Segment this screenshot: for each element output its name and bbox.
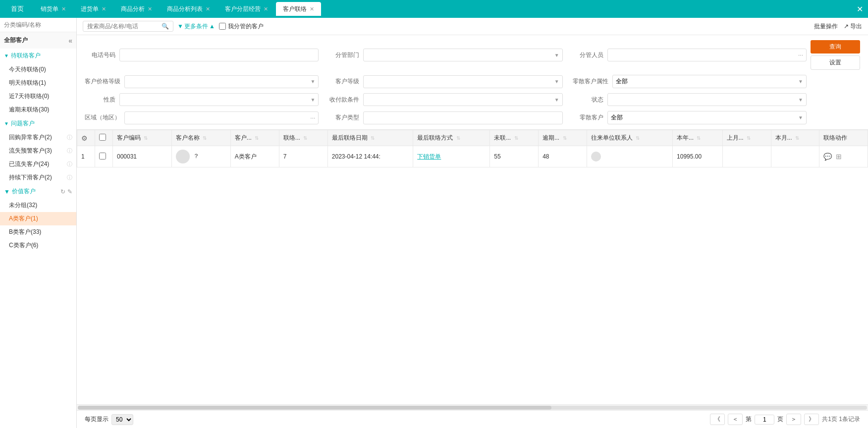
last-page-button[interactable]: 》 [804,414,819,425]
sidebar-item-class-a[interactable]: A类客户(1) [0,212,76,225]
refresh-icon[interactable]: ↻ [60,188,65,195]
filter-retail-attr-value: 全部 [616,77,628,86]
filter-person-select[interactable]: ··· [607,49,807,61]
filter-nature-select[interactable]: ▼ [119,93,319,106]
filter-region-select[interactable]: ··· [124,111,319,124]
pending-contact-label: 待联络客户 [11,52,41,60]
sidebar-item-tomorrow[interactable]: 明天待联络(1) [0,76,76,90]
filter-dept-select[interactable]: ▼ [363,49,562,61]
sidebar-collapse-icon[interactable]: « [68,37,72,45]
this-month-sort-icon[interactable]: ⇅ [795,135,799,141]
page-size-select[interactable]: 50 [111,414,133,425]
col-this-month: 本月... ⇅ [771,130,819,146]
tab-product-analysis-close[interactable]: ✕ [148,6,152,12]
chat-icon[interactable]: 💬 [823,153,832,160]
name-sort-icon[interactable]: ⇅ [203,135,207,141]
toolbar: 🔍 ▼ 更多条件 ▲ 我分管的客户 批量操作 ↗ 导出 [77,18,868,35]
first-page-button[interactable]: 《 [710,414,725,425]
filter-nature-label: 性质 [85,96,119,104]
sidebar-item-declining[interactable]: 持续下滑客户(2) ⓘ [0,171,76,184]
sidebar-search-input[interactable] [4,21,77,28]
last-month-sort-icon[interactable]: ⇅ [747,135,751,141]
row-checkbox[interactable] [99,153,106,160]
tab-customer-contact-close[interactable]: ✕ [310,6,314,12]
sidebar-item-class-b[interactable]: B类客户(33) [0,225,76,239]
sidebar-item-warning[interactable]: 流失预警客户(3) ⓘ [0,144,76,158]
last-method-link[interactable]: 下销货单 [417,153,441,160]
tab-home[interactable]: 首页 [4,2,31,16]
my-customer-checkbox[interactable] [219,23,226,30]
tab-product-list-close[interactable]: ✕ [206,6,210,12]
type-sort-icon[interactable]: ⇅ [255,135,259,141]
problem-customer-label: 问题客户 [11,119,35,128]
horizontal-scrollbar[interactable] [77,404,868,410]
year-sort-icon[interactable]: ⇅ [697,135,701,141]
sidebar-item-class-b-label: B类客户(33) [9,228,41,236]
tab-product-analysis[interactable]: 商品分析 ✕ [114,2,159,16]
pending-contact-group[interactable]: ▼ 待联络客户 [0,49,76,63]
next-page-button[interactable]: ＞ [786,414,801,425]
sidebar-item-class-c-label: C类客户(6) [9,241,38,250]
filter-status-select[interactable]: ▼ [607,93,807,106]
filter-nature: 性质 ▼ [85,93,319,106]
filter-retail-customer-select[interactable]: 全部 ▼ [607,111,807,124]
toolbar-search-icon[interactable]: 🔍 [162,23,169,30]
tab-purchase[interactable]: 进货单 ✕ [74,2,113,16]
qr-icon[interactable]: ⊞ [836,153,842,160]
code-sort-icon[interactable]: ⇅ [144,135,148,141]
table-settings-icon[interactable]: ⚙ [81,134,88,142]
query-button[interactable]: 查询 [811,40,860,54]
prev-page-button[interactable]: ＜ [728,414,743,425]
filter-retail-attr-select[interactable]: 全部 ▼ [612,75,807,88]
last-method-sort-icon[interactable]: ⇅ [456,135,460,141]
export-button[interactable]: ↗ 导出 [844,22,862,31]
person-select-dots[interactable]: ··· [798,52,803,58]
sidebar-item-7days[interactable]: 近7天待联络(0) [0,90,76,103]
tab-purchase-close[interactable]: ✕ [102,6,106,12]
tab-sales-close[interactable]: ✕ [61,6,66,12]
window-close-button[interactable]: ✕ [857,4,863,14]
last-date-sort-icon[interactable]: ⇅ [371,135,375,141]
page-number-input[interactable] [755,415,774,425]
col-current-year: 本年... ⇅ [673,130,723,146]
overdue-sort-icon[interactable]: ⇅ [563,135,567,141]
sidebar-item-lost[interactable]: 已流失客户(24) ⓘ [0,158,76,171]
no-contact-sort-icon[interactable]: ⇅ [514,135,518,141]
filter-customer-type-select[interactable] [363,111,562,124]
value-customer-group[interactable]: ▼ 价值客户 ↻ ✎ [0,184,76,199]
setting-button[interactable]: 设置 [811,55,860,70]
sidebar-item-class-c[interactable]: C类客户(6) [0,239,76,252]
sidebar-item-today[interactable]: 今天待联络(0) [0,63,76,76]
sidebar-item-today-label: 今天待联络(0) [9,65,46,74]
problem-customer-group[interactable]: ▼ 问题客户 [0,116,76,131]
tab-product-list[interactable]: 商品分析列表 ✕ [160,2,217,16]
company-sort-icon[interactable]: ⇅ [636,135,640,141]
region-dots[interactable]: ··· [310,114,315,121]
scrollbar-thumb[interactable] [78,406,551,410]
cell-last-date: 2023-04-12 14:44: [327,146,413,167]
sidebar-item-unclassified[interactable]: 未分组(32) [0,199,76,212]
filter-phone-input[interactable] [119,49,319,61]
filter-icon: ▼ [177,23,183,30]
nature-arrow: ▼ [310,97,315,103]
sidebar-item-abnormal[interactable]: 回购异常客户(2) ⓘ [0,131,76,144]
select-all-checkbox[interactable] [99,134,106,141]
batch-op-button[interactable]: 批量操作 [814,22,838,31]
search-input[interactable] [87,23,162,30]
filter-customer-level-select[interactable]: ▼ [363,75,562,88]
filter-payment-select[interactable]: ▼ [363,93,562,106]
tab-customer-segment[interactable]: 客户分层经营 ✕ [218,2,275,16]
sidebar-item-overdue[interactable]: 逾期未联络(30) [0,103,76,116]
filter-region-label: 区域（地区） [85,113,124,122]
more-filter-button[interactable]: ▼ 更多条件 ▲ [177,22,215,31]
edit-icon[interactable]: ✎ [67,188,72,195]
filter-price-label: 客户价格等级 [85,77,124,86]
contact-sort-icon[interactable]: ⇅ [303,135,307,141]
sidebar-item-class-a-label: A类客户(1) [9,214,38,223]
content-area: 🔍 ▼ 更多条件 ▲ 我分管的客户 批量操作 ↗ 导出 [77,18,868,428]
tab-sales[interactable]: 销货单 ✕ [34,2,73,16]
sidebar-item-tomorrow-label: 明天待联络(1) [9,79,46,87]
filter-price-select[interactable]: ▼ [124,75,319,88]
tab-customer-contact[interactable]: 客户联络 ✕ [276,2,321,16]
tab-customer-segment-close[interactable]: ✕ [264,6,268,12]
